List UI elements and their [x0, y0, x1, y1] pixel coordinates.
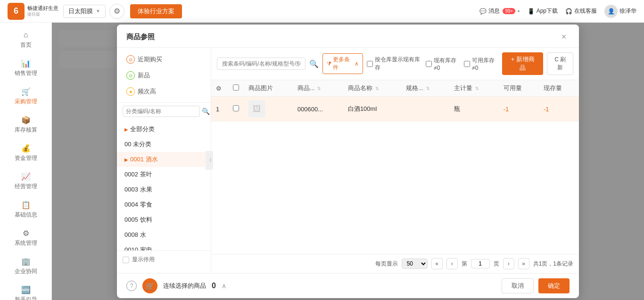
sidebar-item-home[interactable]: ⌂ 首页 — [0, 26, 51, 53]
refresh-button[interactable]: C 刷新 — [547, 52, 573, 75]
cat-item-0001[interactable]: ▶ 0001 酒水 — [117, 152, 211, 167]
pagination-bar: 每页显示 50 100 200 « ‹ 第 页 › — [211, 254, 579, 273]
cat-item-0005[interactable]: 0005 饮料 — [117, 212, 211, 227]
category-search-input[interactable] — [123, 106, 200, 117]
next-page-btn[interactable]: › — [503, 258, 514, 269]
panel-collapse-btn[interactable]: 《 — [206, 151, 213, 170]
table-row[interactable]: 1 🖼 000600... 白酒100ml — [211, 97, 579, 122]
col-name-label: 商品名称 — [348, 84, 372, 92]
right-toolbar: 🔍 ⧩ 更多条件 ∧ 按仓库显示现有库存 — [211, 48, 579, 80]
sidebar-item-sales[interactable]: 📊 销售管理 — [0, 55, 51, 81]
quick-freq[interactable]: ★ 频次高 — [123, 84, 205, 99]
home-icon: ⌂ — [21, 30, 31, 40]
cell-unit: 瓶 — [449, 97, 499, 122]
messages-label: 消息 — [488, 7, 500, 15]
org-name: 日太阳膜 — [68, 7, 93, 16]
modal-header: 商品参照 × — [117, 25, 579, 48]
warehouse-stock-checkbox-label[interactable]: 按仓库显示现有库存 — [367, 56, 422, 72]
user-menu[interactable]: 👤 徐泽华 — [604, 5, 636, 18]
sidebar-label-management: 经营管理 — [15, 183, 37, 191]
current-stock-checkbox[interactable] — [426, 61, 432, 67]
show-disabled-checkbox[interactable] — [123, 257, 129, 263]
service-btn[interactable]: 🎧 在线客服 — [565, 7, 597, 15]
add-product-button[interactable]: + 新增商品 — [502, 52, 543, 75]
right-panel: 🔍 ⧩ 更多条件 ∧ 按仓库显示现有库存 — [211, 48, 579, 273]
col-spec[interactable]: 规格... ⇅ — [401, 80, 449, 97]
modal-title: 商品参照 — [126, 33, 155, 42]
row-checkbox[interactable] — [233, 105, 239, 111]
cat-label-0004: 0004 零食 — [124, 200, 152, 209]
more-filter-btn[interactable]: ⧩ 更多条件 ∧ — [322, 53, 363, 74]
col-available: 可用量 — [499, 80, 539, 97]
sidebar-label-inventory: 库存核算 — [15, 126, 37, 134]
product-search-icon[interactable]: 🔍 — [309, 59, 319, 68]
sort-icon-name: ⇅ — [375, 86, 379, 91]
modal-body: ⊙ 近期购买 ⊙ 新品 ★ 频次高 — [117, 48, 579, 273]
page-suffix: 页 — [494, 260, 499, 268]
first-page-btn[interactable]: « — [431, 258, 443, 269]
cat-arrow-all: ▶ — [124, 127, 128, 132]
col-stock-label: 现存量 — [544, 84, 562, 92]
username-label: 徐泽华 — [619, 7, 636, 15]
cell-checkbox[interactable] — [228, 97, 244, 122]
gear-icon[interactable]: ⚙ — [216, 85, 222, 92]
product-table: ⚙ 商品图片 — [211, 80, 579, 122]
cat-item-0010[interactable]: 0010 家电 — [117, 242, 211, 250]
footer-collapse-icon[interactable]: ∧ — [222, 282, 226, 290]
prev-page-btn[interactable]: ‹ — [446, 258, 458, 269]
settings-icon-btn[interactable]: ⚙ — [109, 4, 124, 19]
col-checkbox — [228, 80, 244, 97]
available-stock-checkbox-label[interactable]: 可用库存≠0 — [464, 57, 498, 71]
sidebar-item-guide[interactable]: 🆕 新手引导 — [0, 281, 51, 300]
sidebar-item-purchase[interactable]: 🛒 采购管理 — [0, 83, 51, 109]
col-spec-label: 规格... — [406, 84, 423, 92]
quick-recent[interactable]: ⊙ 近期购买 — [123, 52, 205, 67]
help-icon-btn[interactable]: ? — [126, 281, 137, 291]
sidebar-item-inventory[interactable]: 📦 库存核算 — [0, 111, 51, 138]
quick-new[interactable]: ⊙ 新品 — [123, 68, 205, 83]
cat-label-0008: 0008 水 — [124, 231, 146, 239]
cat-item-0008[interactable]: 0008 水 — [117, 227, 211, 242]
left-panel: ⊙ 近期购买 ⊙ 新品 ★ 频次高 — [117, 48, 211, 273]
col-unit[interactable]: 主计量 ⇅ — [449, 80, 499, 97]
category-search-icon[interactable]: 🔍 — [202, 108, 210, 115]
sidebar-item-system[interactable]: ⚙ 系统管理 — [0, 225, 51, 251]
last-page-btn[interactable]: » — [518, 258, 529, 269]
cat-item-00[interactable]: 00 未分类 — [117, 137, 211, 152]
sidebar-item-finance[interactable]: 💰 资金管理 — [0, 140, 51, 166]
show-disabled-label: 显示停用 — [132, 256, 155, 264]
sidebar-item-basic[interactable]: 📋 基础信息 — [0, 196, 51, 223]
recent-icon: ⊙ — [126, 55, 135, 64]
cat-label-all: 全部分类 — [130, 125, 155, 133]
sales-icon: 📊 — [21, 58, 31, 68]
warehouse-stock-checkbox[interactable] — [367, 61, 373, 67]
cat-item-0004[interactable]: 0004 零食 — [117, 197, 211, 212]
modal-close-button[interactable]: × — [558, 31, 570, 42]
cat-item-0002[interactable]: 0002 茶叶 — [117, 167, 211, 182]
col-gear[interactable]: ⚙ — [211, 80, 228, 97]
cat-item-0003[interactable]: 0003 水果 — [117, 182, 211, 197]
cart-icon-btn[interactable]: 🛒 — [142, 278, 157, 293]
app-download-btn[interactable]: 📱 App下载 — [528, 7, 558, 15]
experience-button[interactable]: 体验行业方案 — [130, 4, 182, 18]
cat-item-all[interactable]: ▶ 全部分类 — [117, 122, 211, 137]
sort-icon-spec: ⇅ — [426, 86, 430, 91]
messages-btn[interactable]: 💬 消息 99+ + — [479, 7, 520, 15]
sidebar-item-management[interactable]: 📈 经营管理 — [0, 168, 51, 194]
cell-stock: -1 — [539, 97, 579, 122]
org-selector[interactable]: 日太阳膜 ▼ — [63, 5, 106, 18]
page-size-select[interactable]: 50 100 200 — [402, 258, 428, 269]
product-search-input[interactable] — [217, 58, 305, 70]
cancel-button[interactable]: 取消 — [502, 278, 534, 293]
col-code[interactable]: 商品... ⇅ — [293, 80, 343, 97]
confirm-button[interactable]: 确定 — [538, 278, 570, 293]
select-all-checkbox[interactable] — [233, 84, 239, 91]
page-input[interactable] — [471, 259, 490, 268]
sidebar-item-collab[interactable]: 🏢 企业协同 — [0, 253, 51, 279]
available-stock-checkbox[interactable] — [464, 61, 470, 67]
basic-info-icon: 📋 — [21, 200, 31, 209]
col-name[interactable]: 商品名称 ⇅ — [343, 80, 402, 97]
sort-icon-code: ⇅ — [317, 86, 321, 91]
current-stock-checkbox-label[interactable]: 现有库存≠0 — [426, 57, 460, 71]
cat-label-0005: 0005 饮料 — [124, 216, 152, 224]
